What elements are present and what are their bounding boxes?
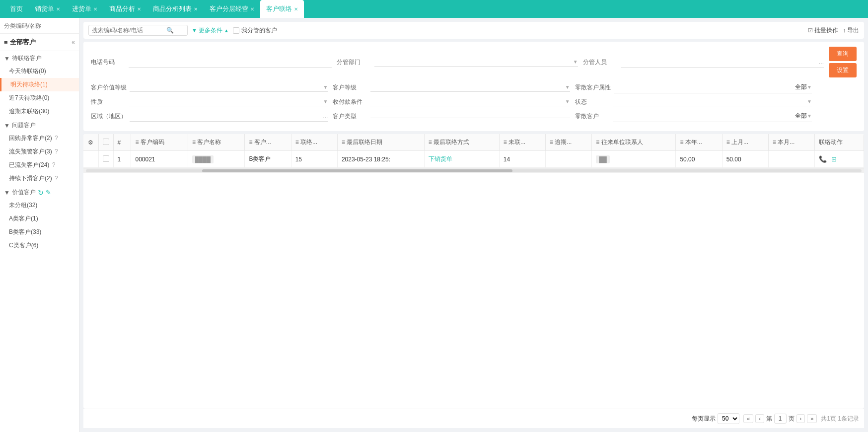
row-checkbox[interactable]: [98, 151, 113, 168]
region-ellipsis-icon: ...: [323, 113, 328, 120]
retail-customer-select[interactable]: 全部 ▼: [613, 110, 812, 122]
value-arrow-icon: ▼: [4, 189, 10, 196]
sidebar-collapse-icon[interactable]: «: [72, 39, 75, 46]
col-action: 联络动作: [815, 134, 864, 151]
sidebar-item-today-contact[interactable]: 今天待联络(0): [0, 65, 79, 78]
row-last-method[interactable]: 下销货单: [424, 151, 499, 168]
search-box: 🔍: [88, 25, 188, 36]
row-last-month: 50.00: [722, 151, 768, 168]
export-icon: ↑: [843, 27, 846, 33]
nav-customer-contact[interactable]: 客户联络✕: [260, 0, 304, 18]
sidebar-search-input[interactable]: [4, 22, 78, 29]
sidebar-item-class-a[interactable]: A类客户(1): [0, 212, 79, 225]
last-page-btn[interactable]: »: [807, 414, 817, 423]
sidebar-item-ungrouped[interactable]: 未分组(32): [0, 199, 79, 212]
scrollbar-thumb[interactable]: [202, 169, 512, 172]
search-input[interactable]: [92, 27, 166, 34]
row-uncontacted: 14: [499, 151, 545, 168]
sidebar-item-class-c[interactable]: C类客户(6): [0, 239, 79, 252]
right-actions: ☑ 批量操作 ↑ 导出: [808, 26, 860, 35]
sidebar-section-problem: ▼ 问题客户: [0, 118, 79, 132]
sidebar-item-week-contact[interactable]: 近7天待联络(0): [0, 91, 79, 105]
filter-cell-dept: 分管部门 ▼: [337, 58, 578, 67]
col-code: ≡ 客户编码: [131, 134, 188, 151]
sidebar-item-overdue-contact[interactable]: 逾期未联络(30): [0, 105, 79, 118]
advanced-filter-panel: 电话号码 分管部门 ▼ 分管人员 ... 查询 设置: [83, 42, 864, 131]
more-conditions-btn[interactable]: ▼ 更多条件 ▲: [192, 26, 229, 35]
first-page-btn[interactable]: «: [743, 414, 753, 423]
manager-select[interactable]: ...: [621, 57, 824, 68]
nav-purchase-close[interactable]: ✕: [93, 6, 97, 12]
row-contact: 15: [291, 151, 337, 168]
per-page-select[interactable]: 50: [718, 413, 739, 424]
nav-product-analysis-close[interactable]: ✕: [137, 6, 141, 12]
col-checkbox[interactable]: [98, 134, 113, 151]
horizontal-scrollbar[interactable]: [83, 168, 864, 173]
filter-cell-retail-customer: 零散客户 全部 ▼: [575, 110, 812, 122]
sidebar-item-already-lost[interactable]: 已流失客户(24) ?: [0, 158, 79, 172]
nav-sales-close[interactable]: ✕: [56, 6, 60, 12]
nav-purchase[interactable]: 进货单✕: [66, 0, 103, 18]
col-name: ≡ 客户名称: [188, 134, 244, 151]
edit-icon[interactable]: ✎: [46, 189, 51, 196]
sidebar-all-customers[interactable]: ≡ 全部客户 «: [0, 34, 79, 51]
retail-attr-label: 零散客户属性: [575, 83, 611, 92]
bulk-action-btn[interactable]: ☑ 批量操作: [808, 26, 838, 35]
payment-select[interactable]: ▼: [370, 97, 570, 106]
sidebar-item-tomorrow-contact[interactable]: 明天待联络(1): [0, 78, 79, 91]
row-checkbox-icon[interactable]: [103, 155, 109, 162]
customer-value-select[interactable]: ▼: [130, 83, 328, 92]
settings-button[interactable]: 设置: [829, 63, 857, 77]
retail-customer-label: 零散客户: [575, 112, 610, 121]
nav-product-analysis-list[interactable]: 商品分析列表✕: [147, 0, 204, 18]
nav-product-analysis[interactable]: 商品分析✕: [103, 0, 147, 18]
action-grid-icon[interactable]: ⊞: [831, 155, 837, 163]
query-button[interactable]: 查询: [829, 47, 857, 61]
row-name: ████: [188, 151, 244, 168]
filter-cell-retail-attr: 零散客户属性 全部 ▼: [575, 81, 812, 93]
pagination-bar: 每页显示 50 « ‹ 第 1 页 › » 共1页 1条记录: [83, 409, 864, 428]
col-unit-contact: ≡ 往来单位联系人: [592, 134, 676, 151]
sidebar-item-repurchase-abnormal[interactable]: 回购异常客户(2) ?: [0, 132, 79, 145]
col-last-date: ≡ 最后联络日期: [337, 134, 424, 151]
header-checkbox[interactable]: [103, 139, 109, 145]
refresh-icon[interactable]: ↻: [38, 189, 44, 197]
customer-type-select[interactable]: [370, 115, 570, 118]
gender-label: 性质: [91, 98, 126, 106]
nav-customer-segmentation-close[interactable]: ✕: [250, 6, 254, 12]
col-settings[interactable]: ⚙: [83, 134, 98, 151]
per-page-selector: 每页显示 50: [692, 413, 739, 424]
phone-input[interactable]: [129, 57, 332, 68]
filter-cell-customer-value: 客户价值等级 ▼: [91, 83, 328, 92]
prev-page-btn[interactable]: ‹: [755, 414, 764, 423]
retail-attr-select[interactable]: 全部 ▼: [614, 81, 812, 93]
last-method-link[interactable]: 下销货单: [429, 155, 452, 162]
export-btn[interactable]: ↑ 导出: [843, 26, 860, 35]
nav-product-analysis-list-close[interactable]: ✕: [194, 6, 198, 12]
customer-value-chevron-icon: ▼: [323, 84, 328, 90]
nav-customer-segmentation[interactable]: 客户分层经营✕: [204, 0, 260, 18]
status-select[interactable]: ▼: [613, 97, 812, 106]
my-customers-checkbox[interactable]: [233, 27, 239, 34]
nav-customer-contact-close[interactable]: ✕: [294, 6, 298, 12]
row-unit-contact: ██: [592, 151, 676, 168]
sidebar-item-continuous-decline[interactable]: 持续下滑客户(2) ?: [0, 172, 79, 185]
customer-value-label: 客户价值等级: [91, 83, 127, 92]
manager-ellipsis-icon: ...: [819, 59, 824, 66]
action-phone-icon[interactable]: 📞: [819, 155, 827, 163]
sidebar-item-class-b[interactable]: B类客户(33): [0, 225, 79, 239]
region-select[interactable]: ...: [130, 111, 328, 122]
nav-home[interactable]: 首页: [4, 0, 29, 18]
next-page-btn[interactable]: ›: [796, 414, 805, 423]
gender-select[interactable]: ▼: [129, 97, 328, 106]
nav-sales[interactable]: 销货单✕: [29, 0, 66, 18]
name-masked: ████: [192, 155, 214, 163]
col-contact: ≡ 联络...: [291, 134, 337, 151]
customer-table: ⚙ # ≡ 客户编码 ≡ 客户名称 ≡ 客户... ≡ 联络... ≡ 最后联络…: [83, 134, 864, 168]
pending-arrow-icon: ▼: [4, 55, 10, 62]
my-customers-check[interactable]: 我分管的客户: [233, 26, 277, 35]
dept-select[interactable]: ▼: [374, 58, 578, 67]
sidebar-item-lost-warning[interactable]: 流失预警客户(3) ?: [0, 145, 79, 158]
customer-grade-select[interactable]: ▼: [370, 83, 570, 92]
col-uncontacted: ≡ 未联...: [499, 134, 545, 151]
